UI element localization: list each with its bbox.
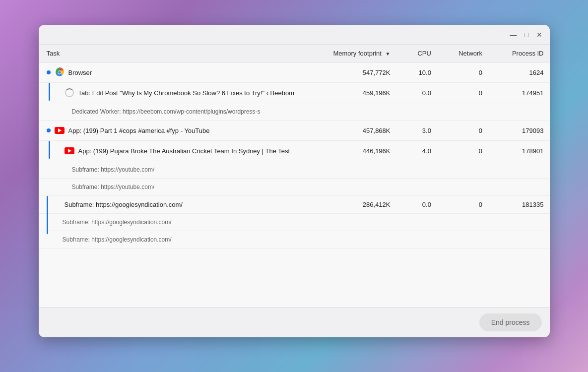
window-controls: — □ ✕ [509,30,544,39]
process-id-cell [488,161,550,179]
network-cell [437,103,488,121]
task-name: App: (199) Part 1 #cops #america #fyp - … [68,127,210,134]
process-id-cell: 1624 [488,62,550,83]
child-task-name: Subframe: https://youtube.com/ [72,166,155,173]
task-name: Tab: Edit Post "Why Is My Chromebook So … [78,89,295,97]
process-id-cell: 181335 [488,196,550,214]
process-id-cell: 178901 [488,141,550,161]
cpu-cell: 0.0 [396,196,437,214]
network-cell [437,179,488,196]
table-row-child: Subframe: https://googlesyndication.com/ [39,231,550,248]
memory-cell [320,161,396,179]
network-cell: 0 [437,141,488,161]
cpu-cell [396,161,437,179]
table-row[interactable]: App: (199) Pujara Broke The Australian C… [39,141,550,161]
header-task[interactable]: Task [39,45,320,62]
header-memory[interactable]: Memory footprint ▼ [320,45,396,62]
table-header-row: Task Memory footprint ▼ CPU Network Proc… [39,45,550,62]
maximize-button[interactable]: □ [522,30,531,39]
child-task-name: Dedicated Worker: https://beebom.com/wp-… [72,108,261,115]
process-id-cell [488,179,550,196]
table-row[interactable]: App: (199) Part 1 #cops #america #fyp - … [39,121,550,141]
task-table-container: Task Memory footprint ▼ CPU Network Proc… [39,45,550,307]
cpu-cell: 0.0 [396,83,437,103]
cpu-cell [396,103,437,121]
network-cell: 0 [437,121,488,141]
table-row-child: Subframe: https://googlesyndication.com/ [39,214,550,231]
favicon-icon [65,146,74,156]
network-cell: 0 [437,62,488,83]
status-dot [47,70,51,74]
cpu-cell: 10.0 [396,62,437,83]
end-process-button[interactable]: End process [479,313,542,331]
status-dot [47,128,51,132]
header-cpu[interactable]: CPU [396,45,437,62]
task-table: Task Memory footprint ▼ CPU Network Proc… [39,45,550,248]
network-cell: 0 [437,83,488,103]
child-task-name: Subframe: https://googlesyndication.com/ [63,236,172,243]
memory-cell: 286,412K [320,196,396,214]
memory-cell: 459,196K [320,83,396,103]
task-name: App: (199) Pujara Broke The Australian C… [78,147,290,155]
table-row-child: Subframe: https://youtube.com/ [39,161,550,179]
header-network[interactable]: Network [437,45,488,62]
memory-cell: 446,196K [320,141,396,161]
table-body: Browser 547,772K 10.0 0 1624 Tab: Edit P… [39,62,550,248]
table-row-child: Dedicated Worker: https://beebom.com/wp-… [39,103,550,121]
memory-cell [320,179,396,196]
process-id-cell [488,103,550,121]
footer: End process [39,307,550,337]
group-bar [49,83,50,101]
table-row[interactable]: Tab: Edit Post "Why Is My Chromebook So … [39,83,550,103]
child-task-name: Subframe: https://youtube.com/ [72,184,155,190]
task-name: Browser [68,69,92,76]
network-cell [437,161,488,179]
network-cell: 0 [437,196,488,214]
task-name: Subframe: https://googlesyndication.com/ [65,201,183,208]
table-row[interactable]: Browser 547,772K 10.0 0 1624 [39,62,550,83]
memory-cell [320,103,396,121]
cpu-cell: 4.0 [396,141,437,161]
close-button[interactable]: ✕ [535,30,544,39]
sort-arrow-icon: ▼ [386,51,391,57]
title-bar: — □ ✕ [39,25,550,45]
task-manager-window: — □ ✕ Task Memory footprint ▼ CPU [39,25,550,337]
memory-cell: 547,772K [320,62,396,83]
favicon-icon [55,67,65,77]
process-id-cell: 179093 [488,121,550,141]
process-id-cell: 174951 [488,83,550,103]
group-bar [49,141,50,159]
minimize-button[interactable]: — [509,30,518,39]
svg-point-3 [58,71,61,74]
child-task-name: Subframe: https://googlesyndication.com/ [63,219,172,226]
header-process-id[interactable]: Process ID [488,45,550,62]
table-row[interactable]: Subframe: https://googlesyndication.com/… [39,196,550,214]
cpu-cell: 3.0 [396,121,437,141]
favicon-icon [55,125,65,135]
memory-cell: 457,868K [320,121,396,141]
table-row-child: Subframe: https://youtube.com/ [39,179,550,196]
cpu-cell [396,179,437,196]
favicon-icon [65,88,74,98]
